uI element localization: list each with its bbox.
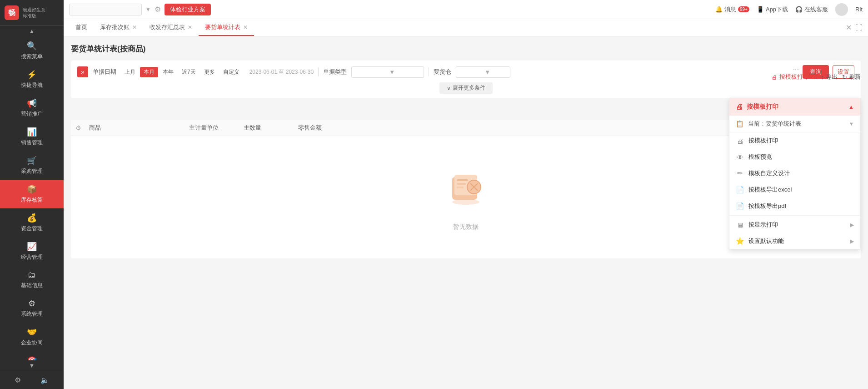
flash-icon: ⚡ [27, 70, 37, 80]
dropdown-item-template-preview[interactable]: 👁 模板预览 [729, 149, 860, 165]
sidebar-item-basic[interactable]: 🗂 基础信息 [0, 266, 64, 294]
online-service-btn[interactable]: 🎧 在线客服 [795, 5, 828, 14]
megaphone-icon: 📢 [27, 98, 37, 108]
money-icon: 💰 [27, 213, 37, 223]
topbar-search-input[interactable] [69, 4, 142, 15]
sidebar-item-inventory[interactable]: 📦 库存核算 [0, 180, 64, 208]
dropdown-item-export-excel[interactable]: 📄 按模板导出excel [729, 182, 860, 198]
sidebar-item-quicknav[interactable]: ⚡ 快捷导航 [0, 65, 64, 94]
svg-rect-6 [457, 179, 468, 181]
tabs-actions: ✕ ⛶ [846, 23, 863, 32]
printer-icon: 🖨 [772, 74, 778, 81]
dropdown-item-template-design[interactable]: ✏ 模板自定义设计 [729, 165, 860, 182]
require-warehouse-select[interactable]: ▼ [456, 66, 510, 78]
sidebar-item-collab[interactable]: 🤝 企业协同 [0, 323, 64, 351]
tab-collection[interactable]: 收发存汇总表 ✕ [143, 20, 199, 36]
display-print-icon: 🖥 [736, 221, 744, 229]
column-settings-icon[interactable]: ⚙ [75, 124, 81, 131]
print-template-btn[interactable]: 🖨 按模板打印 ▲ [772, 73, 817, 81]
tab-close-collection[interactable]: ✕ [188, 24, 192, 30]
filter-expand-icon[interactable]: » [77, 66, 88, 77]
settings-footer-icon[interactable]: ⚙ [15, 376, 21, 384]
expand-more-btn[interactable]: ∨ 展开更多条件 [439, 82, 493, 94]
sidebar-item-label: 资金管理 [21, 225, 43, 232]
dropdown-item-export-pdf[interactable]: 📄 按模板导出pdf [729, 198, 860, 214]
doc-type-select[interactable]: ▼ [351, 66, 424, 78]
require-label: 要货仓 [434, 68, 451, 76]
doc-type-label: 单据类型 [323, 68, 347, 76]
excel-item-icon: 📄 [736, 186, 744, 194]
message-badge: 99+ [738, 6, 749, 12]
main-content: ▼ ⚙ 体验行业方案 🔔 消息 99+ 📱 App下载 🎧 在线客服 Rit 首… [64, 0, 868, 389]
date-btn-7days[interactable]: 近7天 [178, 67, 200, 77]
user-avatar[interactable] [835, 3, 848, 16]
trending-icon: 📈 [27, 242, 37, 252]
design-item-icon: ✏ [736, 169, 744, 177]
export-icon: ↑ [821, 74, 824, 81]
sidebar-item-finance[interactable]: 💰 资金管理 [0, 208, 64, 237]
dropdown-item-template-print[interactable]: 🖨 按模板打印 [729, 132, 860, 149]
filter-bar: » 单据日期 上月 本月 本年 近7天 更多 自定义 2023-06-01 至 … [71, 61, 861, 98]
expand-down-icon: ∨ [447, 85, 451, 91]
sidebar-item-operation[interactable]: 📈 经营管理 [0, 237, 64, 266]
current-template-label: 当前：要货单统计表 [748, 120, 801, 128]
dropdown-item-display-print[interactable]: 🖥 按显示打印 ▶ [729, 217, 860, 233]
svg-rect-7 [457, 183, 466, 185]
tab-order-stat[interactable]: 要货单统计表 ✕ [199, 20, 254, 36]
sidebar-logo: 畅 畅通好生意 标准版 [0, 0, 64, 26]
sidebar-item-guide[interactable]: 🎯 新手引导 [0, 351, 64, 360]
date-btn-more[interactable]: 更多 [200, 67, 219, 77]
dropdown-item-default-func[interactable]: ⭐ 设置默认功能 ▶ [729, 233, 860, 249]
industry-btn[interactable]: 体验行业方案 [165, 4, 211, 15]
col-unit-header: 主计量单位 [189, 124, 244, 132]
col-product-header: 商品 [89, 124, 189, 132]
toolbar-right: 🖨 按模板打印 ▲ ↑ 导出 ↻ 刷新 [772, 73, 861, 81]
date-btn-custom[interactable]: 自定义 [219, 67, 243, 77]
logo-icon: 畅 [5, 5, 19, 20]
tab-expand-icon[interactable]: ⛶ [855, 24, 863, 32]
filter-row-1: » 单据日期 上月 本月 本年 近7天 更多 自定义 2023-06-01 至 … [77, 65, 854, 79]
sidebar-item-search[interactable]: 🔍 搜索菜单 [0, 36, 64, 65]
dropdown-close-chevron[interactable]: ▲ [848, 104, 854, 110]
app-download-btn[interactable]: 📱 App下载 [757, 5, 788, 14]
empty-text: 暂无数据 [453, 223, 479, 231]
filter-divider-1 [318, 67, 319, 76]
tab-batch[interactable]: 库存批次账 ✕ [94, 20, 143, 36]
date-btn-prev-month[interactable]: 上月 [121, 67, 139, 77]
filter-divider-2 [429, 67, 429, 76]
topbar-chevron-icon[interactable]: ▼ [145, 6, 151, 13]
sidebar-scroll-down[interactable]: ▼ [0, 360, 64, 371]
date-btn-this-month[interactable]: 本月 [140, 67, 158, 77]
chevron-down-icon-2: ▼ [484, 69, 506, 76]
sidebar-item-system[interactable]: ⚙ 系统管理 [0, 294, 64, 323]
dropdown-divider [729, 215, 860, 216]
chart-icon: 📊 [27, 127, 37, 137]
sidebar-nav: 🔍 搜索菜单 ⚡ 快捷导航 📢 营销推广 📊 销售管理 🛒 采购管理 📦 库存核… [0, 36, 64, 360]
topbar-gear-icon[interactable]: ⚙ [155, 5, 161, 14]
tab-close-batch[interactable]: ✕ [132, 24, 137, 30]
date-btn-this-year[interactable]: 本年 [159, 67, 177, 77]
sidebar-item-marketing[interactable]: 📢 营销推广 [0, 94, 64, 122]
sidebar-item-label: 库存核算 [21, 196, 43, 204]
sidebar-scroll-up[interactable]: ▲ [0, 26, 64, 36]
tab-close-order-stat[interactable]: ✕ [243, 24, 248, 30]
col-settings-header: ⚙ [75, 124, 89, 131]
cart-icon: 🛒 [27, 156, 37, 166]
dropdown-current-item[interactable]: 📋 当前：要货单统计表 ▼ [729, 116, 860, 132]
sound-icon[interactable]: 🔈 [40, 376, 50, 384]
messages-btn[interactable]: 🔔 消息 99+ [715, 5, 749, 14]
sidebar-item-label: 企业协同 [21, 339, 43, 347]
tab-home[interactable]: 首页 [69, 20, 94, 36]
refresh-icon: ↻ [842, 74, 847, 81]
refresh-btn[interactable]: ↻ 刷新 [842, 73, 861, 81]
page-content: 要货单统计表(按商品) » 单据日期 上月 本月 本年 近7天 更多 自定义 2… [64, 36, 868, 389]
download-icon: 📱 [757, 6, 764, 13]
topbar: ▼ ⚙ 体验行业方案 🔔 消息 99+ 📱 App下载 🎧 在线客服 Rit [64, 0, 868, 19]
sidebar-item-sales[interactable]: 📊 销售管理 [0, 122, 64, 151]
bell-icon: 🔔 [715, 6, 723, 13]
sidebar-item-label: 经营管理 [21, 253, 43, 261]
sidebar-item-label: 营销推广 [21, 110, 43, 118]
sidebar-item-purchase[interactable]: 🛒 采购管理 [0, 151, 64, 180]
tab-close-icon[interactable]: ✕ [846, 23, 852, 32]
export-btn[interactable]: ↑ 导出 [821, 73, 838, 81]
